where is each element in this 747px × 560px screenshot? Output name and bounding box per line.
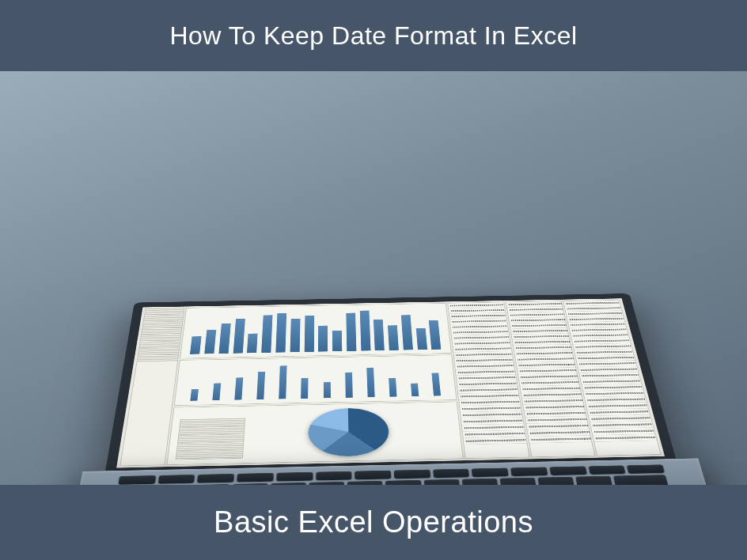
pie-chart-panel (166, 402, 463, 465)
laptop-screen (105, 293, 676, 471)
laptop-illustration (46, 293, 741, 485)
hero-image (0, 71, 747, 485)
legend-panel (176, 418, 246, 460)
page-title: How To Keep Date Format In Excel (169, 21, 577, 51)
page-subtitle: Basic Excel Operations (214, 505, 533, 539)
title-banner: How To Keep Date Format In Excel (0, 0, 747, 71)
bar-chart-large (180, 303, 452, 358)
bar-chart-small (174, 354, 457, 406)
data-columns (447, 300, 661, 459)
subtitle-banner: Basic Excel Operations (0, 485, 747, 560)
pie-chart-container (243, 407, 455, 459)
spreadsheet-view (116, 298, 665, 467)
chart-panel (166, 303, 463, 465)
pie-chart-icon (308, 407, 390, 457)
